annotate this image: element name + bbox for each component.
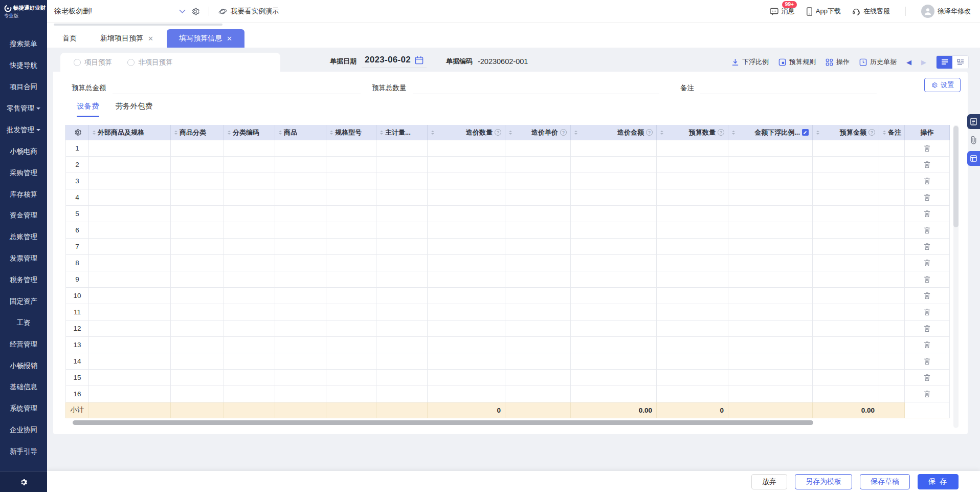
cell-budget_amt[interactable] — [813, 189, 879, 205]
cell-spec[interactable] — [326, 386, 376, 402]
horizontal-scrollbar-thumb[interactable] — [73, 420, 813, 425]
cell-unit[interactable] — [376, 239, 428, 254]
cell-goods[interactable] — [275, 288, 326, 304]
sort-icon[interactable] — [816, 131, 819, 135]
sidebar-item-11[interactable]: 发票管理 — [0, 255, 47, 262]
cell-cost_qty[interactable] — [428, 255, 505, 271]
cell-unit[interactable] — [376, 320, 428, 336]
cell-cost_amt[interactable] — [571, 206, 657, 222]
toolbar-action-3[interactable]: 操作 — [826, 57, 850, 67]
cell-note[interactable] — [879, 222, 905, 238]
cell-budget_qty[interactable] — [657, 222, 728, 238]
cell-spec[interactable] — [326, 304, 376, 320]
cell-cost_price[interactable] — [505, 255, 571, 271]
subtab-2[interactable]: 劳务外包费 — [116, 101, 153, 117]
tab-scrollbar[interactable] — [54, 24, 222, 26]
sidebar-item-1[interactable]: 搜索菜单 — [0, 40, 47, 48]
date-field[interactable]: 2023-06-02 — [362, 55, 427, 68]
sidebar-item-17[interactable]: 基础信息 — [0, 383, 47, 391]
cell-ratio[interactable] — [728, 206, 813, 222]
next-doc-icon[interactable]: ▶ — [921, 59, 926, 66]
cell-goods[interactable] — [275, 353, 326, 369]
cell-op[interactable] — [905, 320, 950, 336]
chevron-down-icon[interactable] — [179, 9, 186, 14]
cell-catcode[interactable] — [224, 337, 275, 353]
cell-goods[interactable] — [275, 222, 326, 238]
cell-note[interactable] — [879, 189, 905, 205]
sort-icon[interactable] — [93, 131, 96, 135]
cell-goods[interactable] — [275, 386, 326, 402]
cell-budget_qty[interactable] — [657, 140, 728, 156]
budget-type-radio-2[interactable]: 非项目预算 — [127, 58, 173, 67]
cell-budget_amt[interactable] — [813, 353, 879, 369]
cell-catcode[interactable] — [224, 173, 275, 189]
cell-goods[interactable] — [275, 140, 326, 156]
cell-ext[interactable] — [89, 206, 171, 222]
column-header-goods[interactable]: 商品 — [275, 125, 326, 140]
sidebar-item-2[interactable]: 快捷导航 — [0, 62, 47, 69]
cell-cost_price[interactable] — [505, 222, 571, 238]
cell-note[interactable] — [879, 173, 905, 189]
delete-row-icon[interactable] — [924, 341, 930, 349]
cell-spec[interactable] — [326, 370, 376, 386]
cell-budget_amt[interactable] — [813, 173, 879, 189]
cell-cost_amt[interactable] — [571, 189, 657, 205]
cell-cost_price[interactable] — [505, 271, 571, 287]
cell-cat[interactable] — [171, 140, 224, 156]
cell-cost_qty[interactable] — [428, 337, 505, 353]
sidebar-item-15[interactable]: 经营管理 — [0, 341, 47, 348]
delete-row-icon[interactable] — [924, 144, 930, 152]
cell-catcode[interactable] — [224, 206, 275, 222]
column-header-cat[interactable]: 商品分类 — [171, 125, 224, 140]
cell-cost_amt[interactable] — [571, 173, 657, 189]
messages-button[interactable]: 99+ 消息 — [770, 7, 795, 16]
cell-cost_price[interactable] — [505, 206, 571, 222]
cell-budget_amt[interactable] — [813, 304, 879, 320]
cell-note[interactable] — [879, 157, 905, 173]
edit-icon[interactable] — [802, 129, 809, 136]
sidebar-item-7[interactable]: 采购管理 — [0, 169, 47, 177]
footer-button-2[interactable]: 另存为模板 — [795, 474, 852, 489]
cell-ext[interactable] — [89, 222, 171, 238]
cell-catcode[interactable] — [224, 386, 275, 402]
cell-cat[interactable] — [171, 386, 224, 402]
sort-icon[interactable] — [574, 131, 577, 135]
sidebar-item-4[interactable]: 零售管理 — [0, 105, 47, 112]
cell-goods[interactable] — [275, 337, 326, 353]
column-header-cost_price[interactable]: 造价单价? — [505, 125, 571, 140]
cell-op[interactable] — [905, 189, 950, 205]
cell-note[interactable] — [879, 386, 905, 402]
cell-ext[interactable] — [89, 189, 171, 205]
cell-cost_qty[interactable] — [428, 140, 505, 156]
cell-budget_qty[interactable] — [657, 206, 728, 222]
gear-icon[interactable] — [191, 7, 199, 16]
cell-cost_price[interactable] — [505, 337, 571, 353]
cell-unit[interactable] — [376, 288, 428, 304]
cell-unit[interactable] — [376, 304, 428, 320]
cell-cost_amt[interactable] — [571, 353, 657, 369]
cell-budget_qty[interactable] — [657, 370, 728, 386]
cell-cost_qty[interactable] — [428, 157, 505, 173]
cell-spec[interactable] — [326, 206, 376, 222]
calendar-icon[interactable] — [415, 56, 424, 65]
sort-icon[interactable] — [732, 131, 735, 135]
cell-spec[interactable] — [326, 173, 376, 189]
cell-unit[interactable] — [376, 140, 428, 156]
sort-icon[interactable] — [174, 131, 177, 135]
company-selector[interactable]: 徐老板勿删! — [54, 7, 92, 16]
help-icon[interactable]: ? — [495, 129, 501, 136]
cell-goods[interactable] — [275, 271, 326, 287]
cell-goods[interactable] — [275, 255, 326, 271]
tab-2[interactable]: 新增项目预算✕ — [90, 29, 164, 48]
subtab-1[interactable]: 设备费 — [77, 101, 99, 117]
cell-cat[interactable] — [171, 157, 224, 173]
sort-icon[interactable] — [509, 131, 512, 135]
cell-unit[interactable] — [376, 255, 428, 271]
cell-ratio[interactable] — [728, 320, 813, 336]
cell-op[interactable] — [905, 206, 950, 222]
cell-catcode[interactable] — [224, 288, 275, 304]
cell-op[interactable] — [905, 353, 950, 369]
cell-ratio[interactable] — [728, 370, 813, 386]
cell-cat[interactable] — [171, 255, 224, 271]
delete-row-icon[interactable] — [924, 390, 930, 398]
